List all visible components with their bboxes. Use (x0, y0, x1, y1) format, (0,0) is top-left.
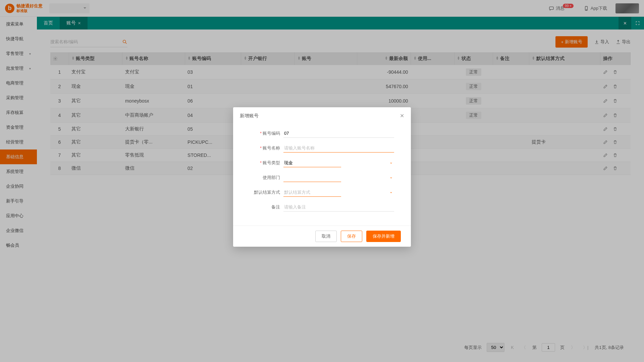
field-dept-label: 使用部门 (263, 175, 280, 180)
chevron-down-icon: ⌄ (389, 160, 393, 165)
chevron-down-icon: ⌄ (389, 175, 393, 179)
field-type-select[interactable] (283, 159, 341, 167)
field-remark-input[interactable] (283, 203, 394, 212)
field-remark-label: 备注 (271, 204, 280, 209)
field-name-label: 账号名称 (263, 145, 280, 150)
add-account-modal: 新增账号 ✕ *账号编码 *账号名称 *账号类型 ⌄ 使用部门 (233, 107, 411, 247)
field-settle-label: 默认结算方式 (254, 190, 280, 195)
field-code-label: 账号编码 (263, 131, 280, 136)
save-button[interactable]: 保存 (341, 231, 362, 242)
field-settle-select[interactable] (283, 188, 341, 197)
field-code-input[interactable] (283, 129, 394, 138)
field-name-input[interactable] (283, 144, 394, 153)
save-and-new-button[interactable]: 保存并新增 (366, 231, 401, 242)
cancel-button[interactable]: 取消 (315, 231, 337, 242)
chevron-down-icon: ⌄ (389, 189, 393, 194)
modal-overlay: 新增账号 ✕ *账号编码 *账号名称 *账号类型 ⌄ 使用部门 (0, 0, 644, 362)
modal-title: 新增账号 (240, 113, 259, 119)
field-type-label: 账号类型 (263, 160, 280, 165)
modal-close-button[interactable]: ✕ (400, 113, 404, 119)
field-dept-select[interactable] (283, 173, 341, 182)
